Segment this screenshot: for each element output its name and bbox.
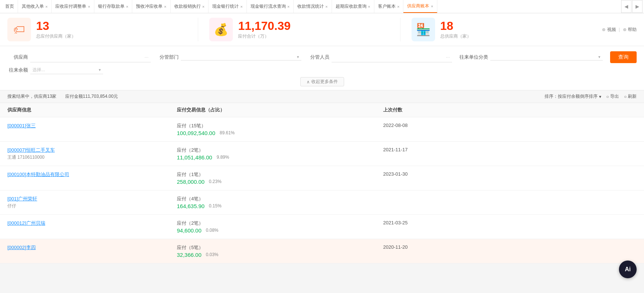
sort-control[interactable]: 排序：按应付余额倒序排序 ▾ [545, 93, 601, 100]
nav-tab-close-collect[interactable]: × [202, 4, 204, 9]
nav-tab-overdue[interactable]: 超期应收款查询× [332, 0, 374, 13]
nav-tab-label-cashstat: 现金银行统计 [212, 3, 239, 10]
trans-label-row-2: 应付（2笔） [177, 147, 383, 154]
nav-tab-income[interactable]: 其他收入单× [18, 0, 52, 13]
col-header-lastpay: 上次付数 [383, 107, 637, 113]
collapse-button[interactable]: ∧ 收起更多条件 [300, 77, 344, 86]
transaction-cell-row-2: 应付（2笔）11,051,486.009.89% [177, 147, 383, 161]
nav-prev-arrow[interactable]: ◀ [621, 0, 631, 13]
nav-tab-label-adjust: 应收应付调整单 [55, 3, 86, 10]
nav-tab-close-adjust[interactable]: × [88, 4, 90, 9]
dept-label: 分管部门 [158, 54, 179, 61]
trans-amount-row-row-1: 100,092,540.0089.61% [177, 129, 383, 136]
lastpay-date-row-6: 2020-11-20 [383, 244, 408, 250]
unit-category-label: 往来单位分类 [459, 54, 488, 61]
col-header-transaction: 应付交易信息（占比） [177, 107, 383, 113]
supplier-link-row-6[interactable]: [000002]李四 [7, 245, 36, 250]
trans-amount-row-1[interactable]: 100,092,540.00 [177, 130, 215, 136]
nav-tab-close-supplierbook[interactable]: × [431, 4, 433, 8]
data-table: 供应商信息 应付交易信息（占比） 上次付数 [000001]张三应付（15笔）1… [0, 103, 644, 263]
export-button[interactable]: ○ 导出 [606, 93, 619, 100]
search-row-1: 供应商 ··· 分管部门 ▾ 分管人员 ··· 往来单位分类 ▾ [7, 51, 637, 63]
nav-tab-supplierbook[interactable]: 供应商账本× [403, 0, 437, 13]
sort-label-text: 排序：按应付余额倒序排序 [545, 93, 598, 100]
summary-card-payable-amount: 💰11,170.39应付合计（万） [209, 18, 400, 41]
trans-amount-row-5[interactable]: 94,600.00 [177, 227, 202, 234]
balance-label: 往来余额 [7, 67, 28, 73]
trans-amount-row-2[interactable]: 11,051,486.00 [177, 154, 212, 161]
nav-tab-close-prepay[interactable]: × [164, 4, 166, 9]
nav-tab-adjust[interactable]: 应收应付调整单× [52, 0, 94, 13]
lastpay-cell-row-6: 2020-11-20 [383, 244, 637, 250]
nav-tab-bank[interactable]: 银行存取款单× [94, 0, 132, 13]
sort-arrow: ▾ [599, 94, 601, 99]
trans-amount-row-6[interactable]: 32,366.00 [177, 252, 202, 258]
person-input[interactable] [334, 53, 446, 61]
summary-card-payable-suppliers: 🏷13总应付供应商（家） [7, 18, 198, 41]
nav-tab-collect[interactable]: 收款核销执行× [171, 0, 209, 13]
trans-amount-row-row-3: 258,000.000.23% [177, 178, 383, 185]
refresh-button[interactable]: ○ 刷新 [624, 93, 637, 100]
summary-card-total-suppliers: 🏪18总供应商（家） [412, 18, 602, 41]
nav-tab-cashstat[interactable]: 现金银行统计× [209, 0, 246, 13]
supplier-input[interactable] [32, 53, 144, 61]
dept-select[interactable]: ▾ [181, 54, 301, 61]
trans-percent-row-5: 0.08% [206, 228, 218, 233]
unit-category-arrow: ▾ [598, 55, 601, 59]
supplier-link-row-2[interactable]: [000007]恒旺二手叉车 [7, 147, 55, 153]
nav-tab-close-cashflow[interactable]: × [287, 4, 290, 9]
video-link[interactable]: ⊙ 视频 [602, 27, 616, 33]
query-button[interactable]: 查询 [610, 51, 637, 63]
table-header: 供应商信息 应付交易信息（占比） 上次付数 [0, 103, 644, 117]
nav-tab-close-overdue[interactable]: × [368, 4, 370, 9]
trans-amount-row-3[interactable]: 258,000.00 [177, 179, 204, 185]
nav-tab-home[interactable]: 首页 [1, 0, 18, 13]
result-bar: 搜索结果中，供应商13家 应付金额111,703,854.00元 排序：按应付余… [0, 90, 644, 103]
table-row-row-2: [000007]恒旺二手叉车王通 17106110000应付（2笔）11,051… [0, 142, 644, 166]
collapse-icon: ∧ [307, 79, 310, 85]
summary-number-total-suppliers: 18 [440, 20, 471, 32]
summary-icon-payable-suppliers: 🏷 [7, 18, 31, 41]
table-row-row-4: [001]广州荣轩仔仔应付（4笔）164,635.900.15% [0, 190, 644, 215]
supplier-link-row-1[interactable]: [000001]张三 [7, 123, 36, 128]
supplier-cell-row-3: [000100]本特勤油品有限公司 [7, 171, 177, 178]
nav-tab-cashflow[interactable]: 现金银行流水查询× [247, 0, 294, 13]
ai-button[interactable]: Ai [619, 261, 637, 278]
result-actions: 排序：按应付余额倒序排序 ▾ ○ 导出 ○ 刷新 [545, 93, 637, 100]
summary-icon-payable-amount: 💰 [209, 18, 233, 41]
summary-label-total-suppliers: 总供应商（家） [440, 33, 471, 39]
nav-tab-close-custbook[interactable]: × [397, 4, 399, 9]
supplier-link-row-3[interactable]: [000100]本特勤油品有限公司 [7, 172, 69, 177]
nav-next-arrow[interactable]: ▶ [632, 0, 643, 13]
lastpay-cell-row-5: 2021-03-25 [383, 220, 637, 225]
supplier-link-row-4[interactable]: [001]广州荣轩 [7, 196, 37, 201]
nav-tab-custbook[interactable]: 客户账本× [374, 0, 403, 13]
trans-amount-row-row-4: 164,635.900.15% [177, 202, 383, 209]
table-row-row-5: [000012]广州贝瑞应付（2笔）94,600.000.08%2021-03-… [0, 215, 644, 239]
nav-tab-close-cashstat[interactable]: × [240, 4, 242, 9]
export-icon: ○ [606, 94, 609, 99]
nav-tab-close-paystat[interactable]: × [325, 4, 328, 9]
summary-label-payable-suppliers: 总应付供应商（家） [36, 33, 76, 39]
balance-select[interactable]: 选择... ▾ [30, 66, 103, 74]
nav-tab-prepay[interactable]: 预收冲应收单× [132, 0, 170, 13]
nav-tab-close-income[interactable]: × [45, 4, 48, 9]
supplier-link-row-5[interactable]: [000012]广州贝瑞 [7, 220, 45, 226]
nav-tab-label-income: 其他收入单 [22, 3, 44, 10]
trans-amount-row-row-6: 32,366.000.03% [177, 251, 383, 258]
trans-amount-row-row-5: 94,600.000.08% [177, 227, 383, 234]
search-area: 供应商 ··· 分管部门 ▾ 分管人员 ··· 往来单位分类 ▾ [0, 46, 644, 90]
result-prefix: 搜索结果中，供应商13家 [7, 94, 56, 99]
dept-field: 分管部门 ▾ [158, 54, 301, 61]
unit-category-select[interactable]: ▾ [490, 54, 603, 61]
nav-tab-close-bank[interactable]: × [126, 4, 128, 9]
help-link[interactable]: ⊙ 帮助 [623, 27, 637, 33]
trans-label-row-3: 应付（1笔） [177, 171, 383, 178]
trans-amount-row-4[interactable]: 164,635.90 [177, 203, 204, 209]
collapse-label: 收起更多条件 [311, 79, 338, 85]
nav-tab-label-overdue: 超期应收款查询 [336, 3, 367, 10]
nav-tab-paystat[interactable]: 收款情况统计× [294, 0, 332, 13]
trans-percent-row-6: 0.03% [206, 252, 218, 257]
trans-percent-row-2: 9.89% [217, 155, 229, 160]
unit-category-field: 往来单位分类 ▾ [459, 54, 603, 61]
